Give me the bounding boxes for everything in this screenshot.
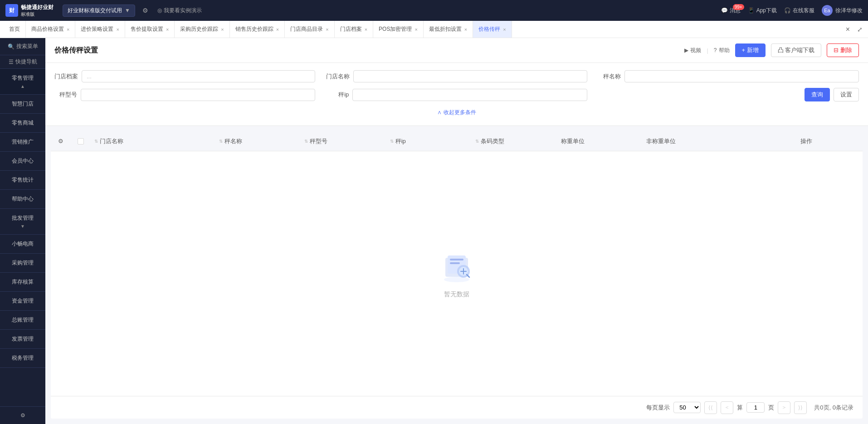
- close-icon[interactable]: ×: [276, 27, 279, 32]
- sidebar-item-xiao-chang[interactable]: 小畅电商: [0, 235, 45, 254]
- version-dropdown[interactable]: 好业财标准版交付试用 ▼: [63, 5, 135, 17]
- filter-row-1: 门店档案 ... 门店名称 秤名称: [54, 70, 859, 82]
- logo: 财 畅捷通好业财 标准版: [5, 4, 54, 18]
- page-info: 共0页, 0条记录: [814, 404, 853, 412]
- sidebar-item-inventory[interactable]: 库存核算: [0, 273, 45, 292]
- query-button[interactable]: 查询: [805, 88, 830, 101]
- setup-button[interactable]: 设置: [834, 88, 859, 101]
- store-name-input[interactable]: [353, 70, 587, 82]
- scale-ip-input[interactable]: [352, 89, 587, 101]
- sidebar-item-retail-mall[interactable]: 零售商城: [0, 114, 45, 133]
- close-icon[interactable]: ×: [116, 27, 119, 32]
- close-icon[interactable]: ×: [166, 27, 169, 32]
- filter-scale-model: 秤型号: [54, 89, 315, 101]
- gear-icon[interactable]: ⚙: [142, 7, 148, 14]
- tab-purchase-strategy[interactable]: 进价策略设置 ×: [75, 21, 125, 38]
- app-download-button[interactable]: 📱 App下载: [748, 7, 777, 14]
- close-icon[interactable]: ×: [221, 27, 224, 32]
- search-icon: 🔍: [8, 43, 15, 50]
- user-menu[interactable]: Ea 徐泽华修改: [822, 5, 863, 16]
- store-archive-select[interactable]: ...: [82, 70, 315, 82]
- sidebar-item-invoice[interactable]: 发票管理: [0, 330, 45, 349]
- message-button[interactable]: 💬 消息 99+: [721, 7, 741, 14]
- tab-pos-encrypt[interactable]: POS加密管理 ×: [373, 21, 424, 38]
- close-icon[interactable]: ×: [503, 27, 506, 32]
- online-service-button[interactable]: 🎧 在线客服: [784, 7, 814, 14]
- sidebar-item-marketing[interactable]: 营销推广: [0, 133, 45, 152]
- top-bar-right: 💬 消息 99+ 📱 App下载 🎧 在线客服 Ea 徐泽华修改: [721, 5, 863, 16]
- col-barcode-type: ⇅ 条码类型: [472, 137, 557, 145]
- col-weight-unit: 称重单位: [557, 137, 643, 145]
- table-area: ⚙ ⇅ 门店名称 ⇅ 秤名称 ⇅ 秤型号 ⇅ 秤ip: [51, 131, 863, 419]
- tab-sale-history[interactable]: 销售历史价跟踪 ×: [230, 21, 285, 38]
- demo-button[interactable]: ◎ 我要看实例演示: [157, 7, 202, 14]
- tab-product-price[interactable]: 商品价格设置 ×: [26, 21, 75, 38]
- sort-icon: ⇅: [390, 139, 394, 144]
- close-icon[interactable]: ×: [365, 27, 367, 32]
- tab-store-archive[interactable]: 门店档案 ×: [335, 21, 373, 38]
- col-scale-name: ⇅ 秤名称: [215, 137, 301, 145]
- tab-store-catalog[interactable]: 门店商品目录 ×: [285, 21, 334, 38]
- close-icon[interactable]: ×: [67, 27, 69, 32]
- svg-rect-4: [450, 262, 460, 264]
- sidebar-item-help[interactable]: 帮助中心: [0, 190, 45, 209]
- col-store-name: ⇅ 门店名称: [91, 137, 215, 145]
- tab-home[interactable]: 首页: [4, 21, 26, 38]
- add-button[interactable]: + 新增: [735, 43, 766, 57]
- col-non-weight-unit: 非称重单位: [643, 137, 796, 145]
- sidebar-item-smart-store[interactable]: 智慧门店: [0, 95, 45, 114]
- scale-name-input[interactable]: [624, 70, 859, 82]
- page-size-select[interactable]: 50 10 20 100: [673, 402, 701, 413]
- page-header: 价格传秤设置 ▶ 视频 | ? 帮助 + 新增 凸 客户端下载 ⊟ 删除: [45, 38, 868, 63]
- sidebar-item-tax[interactable]: 税务管理: [0, 349, 45, 368]
- download-button[interactable]: 凸 客户端下载: [771, 43, 822, 57]
- demo-icon: ◎: [157, 7, 162, 14]
- close-icon[interactable]: ×: [414, 27, 417, 32]
- tab-price-scale[interactable]: 价格传秤 ×: [473, 21, 512, 38]
- next-page-button[interactable]: ＞: [778, 401, 790, 414]
- help-link[interactable]: ? 帮助: [714, 47, 730, 54]
- expand-icon[interactable]: ⤢: [855, 26, 864, 33]
- select-all-checkbox[interactable]: [71, 138, 91, 145]
- message-icon: 💬: [721, 7, 728, 14]
- sidebar-search-button[interactable]: 🔍 搜索菜单: [0, 38, 45, 55]
- close-icon[interactable]: ×: [464, 27, 467, 32]
- table-body: 暂无数据: [51, 151, 863, 396]
- chevron-up-icon: ▲: [20, 84, 25, 89]
- tab-min-discount[interactable]: 最低折扣设置 ×: [424, 21, 473, 38]
- first-page-button[interactable]: ⟨⟨: [704, 401, 717, 414]
- sidebar-item-retail[interactable]: 零售管理 ▲: [0, 69, 45, 95]
- sidebar-quick-nav[interactable]: ☰ 快捷导航: [0, 55, 45, 69]
- col-scale-model: ⇅ 秤型号: [301, 137, 386, 145]
- filter-row-2: 秤型号 秤ip 查询 设置: [54, 88, 859, 101]
- pagination: 每页显示 50 10 20 100 ⟨⟨ ＜ 算 页 ＞ ⟩⟩ 共0页, 0条记…: [51, 396, 863, 419]
- sidebar-item-purchase[interactable]: 采购管理: [0, 254, 45, 273]
- empty-icon: [439, 249, 475, 285]
- col-operation: 操作: [797, 137, 863, 145]
- sidebar-item-ledger[interactable]: 总账管理: [0, 311, 45, 330]
- sidebar-item-retail-stat[interactable]: 零售统计: [0, 171, 45, 190]
- tab-sale-extract[interactable]: 售价提取设置 ×: [125, 21, 175, 38]
- video-link[interactable]: ▶ 视频: [684, 47, 701, 54]
- table-header: ⚙ ⇅ 门店名称 ⇅ 秤名称 ⇅ 秤型号 ⇅ 秤ip: [51, 131, 863, 151]
- close-icon[interactable]: ×: [326, 27, 328, 32]
- page-title: 价格传秤设置: [54, 46, 98, 55]
- prev-page-button[interactable]: ＜: [721, 401, 733, 414]
- svg-rect-3: [450, 259, 463, 260]
- col-scale-ip: ⇅ 秤ip: [386, 137, 472, 145]
- help-icon: ?: [714, 47, 717, 53]
- sidebar-item-member[interactable]: 会员中心: [0, 152, 45, 171]
- delete-button[interactable]: ⊟ 删除: [827, 43, 859, 57]
- sidebar: 🔍 搜索菜单 ☰ 快捷导航 零售管理 ▲ 智慧门店 零售商城 营销推广 会员中心…: [0, 38, 45, 424]
- collapse-button[interactable]: ∧ 收起更多条件: [437, 107, 476, 118]
- scale-model-input[interactable]: [81, 89, 315, 101]
- sidebar-settings-button[interactable]: ⚙: [0, 406, 45, 424]
- sidebar-item-wholesale[interactable]: 批发管理 ▼: [0, 209, 45, 235]
- tab-purchase-history[interactable]: 采购历史价跟踪 ×: [175, 21, 229, 38]
- page-number-input[interactable]: [746, 402, 765, 413]
- close-all-icon[interactable]: ×: [844, 25, 852, 34]
- sidebar-item-finance[interactable]: 资金管理: [0, 292, 45, 311]
- last-page-button[interactable]: ⟩⟩: [794, 401, 807, 414]
- column-settings-icon[interactable]: ⚙: [51, 138, 71, 145]
- top-bar: 财 畅捷通好业财 标准版 好业财标准版交付试用 ▼ ⚙ ◎ 我要看实例演示 💬 …: [0, 0, 868, 21]
